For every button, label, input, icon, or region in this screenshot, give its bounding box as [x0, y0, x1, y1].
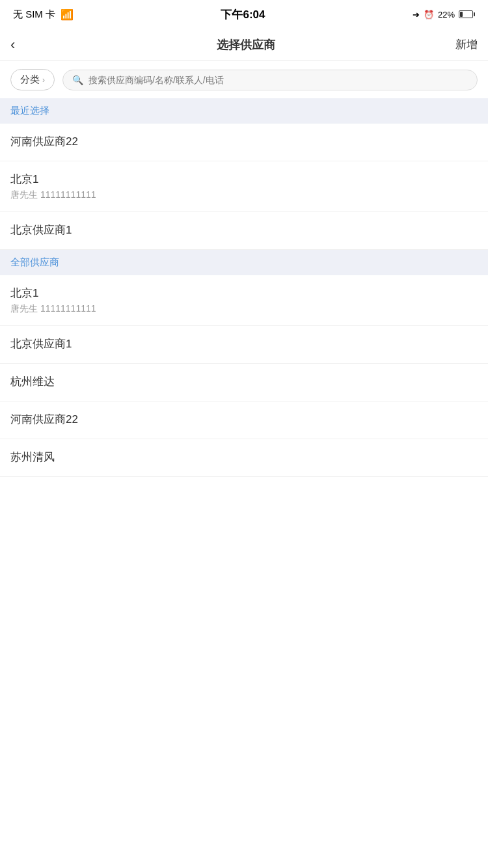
status-time: 下午6:04	[221, 7, 265, 22]
item-name: 河南供应商22	[10, 134, 478, 149]
item-name: 北京1	[10, 172, 478, 187]
item-name: 河南供应商22	[10, 412, 478, 427]
item-name: 北京1	[10, 286, 478, 301]
item-name: 北京供应商1	[10, 223, 478, 237]
item-name: 北京供应商1	[10, 336, 478, 351]
list-item[interactable]: 北京1唐先生 11111111111	[0, 161, 488, 212]
status-left: 无 SIM 卡 📶	[13, 8, 74, 21]
search-box[interactable]: 🔍	[62, 70, 478, 90]
all-items-list: 北京1唐先生 11111111111北京供应商1杭州维达河南供应商22苏州清风	[0, 275, 488, 477]
search-input[interactable]	[88, 75, 468, 85]
item-name: 杭州维达	[10, 374, 478, 389]
item-name: 苏州清风	[10, 450, 478, 465]
filter-bar: 分类 › 🔍	[0, 61, 488, 98]
battery-percent: 22%	[438, 10, 455, 20]
location-icon: ➔	[413, 10, 420, 20]
list-item[interactable]: 北京供应商1	[0, 326, 488, 364]
alarm-icon: ⏰	[424, 10, 434, 20]
list-item[interactable]: 北京1唐先生 11111111111	[0, 275, 488, 326]
list-item[interactable]: 北京供应商1	[0, 212, 488, 250]
battery-icon	[459, 10, 475, 18]
category-label: 分类	[20, 74, 40, 86]
list-item[interactable]: 河南供应商22	[0, 124, 488, 161]
list-item[interactable]: 苏州清风	[0, 439, 488, 477]
recent-section-header: 最近选择	[0, 98, 488, 124]
back-button[interactable]: ‹	[10, 36, 36, 53]
add-button[interactable]: 新增	[455, 37, 478, 52]
all-section-header: 全部供应商	[0, 250, 488, 275]
list-item[interactable]: 河南供应商22	[0, 401, 488, 439]
status-right: ➔ ⏰ 22%	[413, 10, 475, 20]
status-bar: 无 SIM 卡 📶 下午6:04 ➔ ⏰ 22%	[0, 0, 488, 29]
category-button[interactable]: 分类 ›	[10, 69, 55, 90]
chevron-right-icon: ›	[42, 75, 45, 85]
item-sub: 唐先生 11111111111	[10, 303, 478, 315]
page-title: 选择供应商	[217, 37, 275, 53]
item-sub: 唐先生 11111111111	[10, 189, 478, 201]
recent-items-list: 河南供应商22北京1唐先生 11111111111北京供应商1	[0, 124, 488, 250]
wifi-icon: 📶	[61, 8, 74, 21]
list-item[interactable]: 杭州维达	[0, 364, 488, 401]
nav-bar: ‹ 选择供应商 新增	[0, 29, 488, 61]
sim-status: 无 SIM 卡	[13, 8, 55, 21]
search-icon: 🔍	[72, 75, 83, 85]
